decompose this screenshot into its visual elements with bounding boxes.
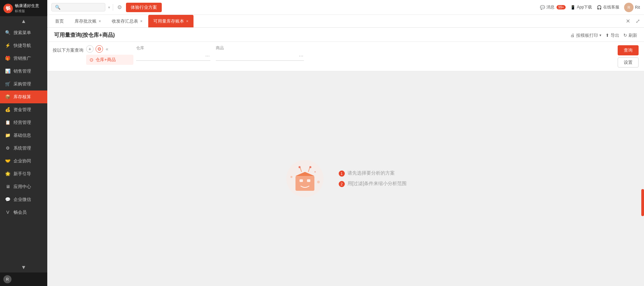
sidebar-item-purchase[interactable]: 🛒 采购管理 — [0, 78, 47, 90]
sidebar-item-system[interactable]: ⚙ 系统管理 — [0, 142, 47, 155]
export-btn[interactable]: ⬆ 导出 — [606, 32, 619, 38]
sidebar-scroll-down[interactable]: ▼ — [0, 262, 47, 272]
message-icon: 💬 — [540, 5, 545, 10]
filter-buttons: 查询 设置 — [618, 45, 639, 68]
warehouse-input[interactable] — [136, 54, 203, 59]
print-btn[interactable]: 🖨 按模板打印 ▾ — [570, 32, 601, 38]
search-input[interactable] — [62, 5, 96, 10]
scheme-label: 仓库+商品 — [96, 57, 116, 63]
logo-name: 畅康通好生意 — [15, 3, 39, 9]
sidebar-item-enterprise[interactable]: 🤝 企业协同 — [0, 155, 47, 167]
user-profile[interactable]: R Rit — [624, 3, 640, 12]
sidebar-label-inventory: 库存核算 — [14, 94, 31, 100]
sidebar-label-search: 搜索菜单 — [14, 30, 31, 36]
tab-summary[interactable]: 收发存汇总表 × — [107, 15, 148, 27]
sidebar-label-marketing: 营销推广 — [14, 55, 31, 61]
online-service-btn[interactable]: 🎧 在线客服 — [597, 4, 619, 10]
sidebar-item-guide[interactable]: 🌟 新手引导 — [0, 167, 47, 180]
sidebar-item-basic[interactable]: 📁 基础信息 — [0, 129, 47, 142]
svg-rect-3 — [300, 179, 303, 182]
topbar: 🔍 ▾ ⚙ 体验行业方案 💬 消息 99+ 📱 App下载 🎧 在线客服 R R… — [47, 0, 644, 15]
svg-point-9 — [290, 176, 292, 178]
add-scheme-btn[interactable]: + — [86, 45, 94, 53]
print-icon: 🖨 — [570, 33, 575, 38]
sidebar-item-marketing[interactable]: 🎁 营销推广 — [0, 52, 47, 65]
scheme-actions: + ⚙ « — [86, 45, 133, 53]
message-badge: 99+ — [557, 5, 566, 9]
tip-2: 2 用[过滤]条件来缩小分析范围 — [339, 181, 407, 187]
query-btn[interactable]: 查询 — [618, 45, 639, 55]
sidebar-item-inventory[interactable]: 📦 库存核算 — [0, 90, 47, 103]
filter-panel: 按以下方案查询 + ⚙ « ⊙ 仓库+商品 仓库 ··· — [47, 42, 644, 71]
svg-point-6 — [299, 166, 301, 168]
collapse-btn[interactable]: « — [105, 46, 109, 52]
sidebar-item-shortcut[interactable]: ⚡ 快捷导航 — [0, 39, 47, 52]
tab-expand[interactable]: ⤢ — [634, 17, 641, 26]
goods-more-btn[interactable]: ··· — [298, 53, 304, 59]
sidebar-label-basic: 基础信息 — [14, 132, 31, 138]
svg-rect-1 — [295, 176, 314, 191]
tab-batch[interactable]: 库存批次账 × — [70, 15, 106, 27]
service-icon: 🎧 — [597, 5, 602, 10]
sidebar-item-member[interactable]: V 畅会员 — [0, 206, 47, 219]
sidebar-item-apps[interactable]: 🖥 应用中心 — [0, 180, 47, 193]
refresh-btn[interactable]: ↻ 刷新 — [623, 32, 637, 38]
sidebar-item-wechat[interactable]: 💬 企业微信 — [0, 193, 47, 206]
sidebar-icon-marketing: 🎁 — [5, 55, 11, 61]
sidebar-icon-operations: 📋 — [5, 120, 11, 126]
print-dropdown-icon[interactable]: ▾ — [599, 33, 601, 37]
content-area: 可用量查询(按仓库+商品) 🖨 按模板打印 ▾ ⬆ 导出 ↻ 刷新 按以下方案 — [47, 28, 644, 286]
sidebar-label-enterprise: 企业协同 — [14, 158, 31, 164]
scheme-list: + ⚙ « ⊙ 仓库+商品 — [86, 45, 133, 65]
warehouse-more-btn[interactable]: ··· — [205, 53, 210, 59]
topbar-settings-icon[interactable]: ⚙ — [116, 3, 123, 12]
tab-close-all[interactable]: ✕ — [624, 17, 632, 26]
filter-goods: 商品 ··· — [216, 45, 304, 61]
filter-fields: 仓库 ··· 商品 ··· — [136, 45, 612, 61]
empty-illustration — [285, 158, 325, 199]
tabs-bar: 首页 库存批次账 × 收发存汇总表 × 可用量库存账本 × ✕ ⤢ — [47, 15, 644, 28]
sidebar-icon-member: V — [5, 209, 11, 215]
sidebar-label-finance: 资金管理 — [14, 107, 31, 113]
sidebar-item-operations[interactable]: 📋 经营管理 — [0, 116, 47, 129]
sidebar-footer[interactable]: R — [0, 272, 47, 286]
warehouse-input-wrapper[interactable]: ··· — [136, 52, 210, 61]
scheme-warehouse-goods[interactable]: ⊙ 仓库+商品 — [86, 55, 133, 65]
sidebar-icon-purchase: 🛒 — [5, 81, 11, 87]
goods-input-wrapper[interactable]: ··· — [216, 52, 304, 61]
tab-summary-close[interactable]: × — [140, 19, 143, 24]
edit-scheme-btn[interactable]: ⚙ — [96, 45, 103, 53]
tab-home[interactable]: 首页 — [50, 15, 69, 27]
message-btn[interactable]: 💬 消息 99+ — [540, 4, 566, 10]
svg-point-11 — [314, 171, 316, 173]
tab-batch-close[interactable]: × — [99, 19, 101, 24]
tab-available[interactable]: 可用量库存账本 × — [148, 15, 194, 27]
header-actions: 🖨 按模板打印 ▾ ⬆ 导出 ↻ 刷新 — [570, 32, 637, 38]
sidebar-scroll-up[interactable]: ▲ — [0, 16, 47, 26]
goods-input[interactable] — [216, 54, 297, 59]
topbar-right: 💬 消息 99+ 📱 App下载 🎧 在线客服 R Rit — [540, 3, 640, 12]
sidebar-label-sales: 销售管理 — [14, 68, 31, 74]
tab-available-close[interactable]: × — [186, 19, 188, 24]
sidebar-label-system: 系统管理 — [14, 145, 31, 151]
avatar: R — [624, 3, 634, 12]
tip-text-1: 请先选择要分析的方案 — [347, 170, 395, 176]
sidebar: 畅 畅康通好生意 标准版 ▲ 🔍 搜索菜单 ⚡ 快捷导航 🎁 营销推广 📊 销售… — [0, 0, 47, 286]
sidebar-item-finance[interactable]: 💰 资金管理 — [0, 103, 47, 116]
search-dropdown-icon[interactable]: ▾ — [108, 5, 110, 10]
sidebar-item-sales[interactable]: 📊 销售管理 — [0, 65, 47, 78]
sidebar-label-shortcut: 快捷导航 — [14, 43, 31, 49]
trial-btn[interactable]: 体验行业方案 — [126, 3, 162, 12]
sidebar-icon-sales: 📊 — [5, 68, 11, 74]
topbar-search-box[interactable]: 🔍 — [51, 3, 105, 11]
svg-point-10 — [317, 181, 320, 183]
sidebar-label-member: 畅会员 — [14, 209, 27, 215]
settings-btn[interactable]: 设置 — [618, 57, 639, 68]
sidebar-menu: 🔍 搜索菜单 ⚡ 快捷导航 🎁 营销推广 📊 销售管理 🛒 采购管理 📦 库存核… — [0, 26, 47, 262]
sidebar-icon-search: 🔍 — [5, 30, 11, 36]
content-header: 可用量查询(按仓库+商品) 🖨 按模板打印 ▾ ⬆ 导出 ↻ 刷新 — [47, 28, 644, 42]
app-download-btn[interactable]: 📱 App下载 — [570, 4, 592, 10]
sidebar-item-search[interactable]: 🔍 搜索菜单 — [0, 26, 47, 39]
right-scrollbar[interactable] — [641, 189, 644, 216]
sidebar-icon-wechat: 💬 — [5, 197, 11, 203]
